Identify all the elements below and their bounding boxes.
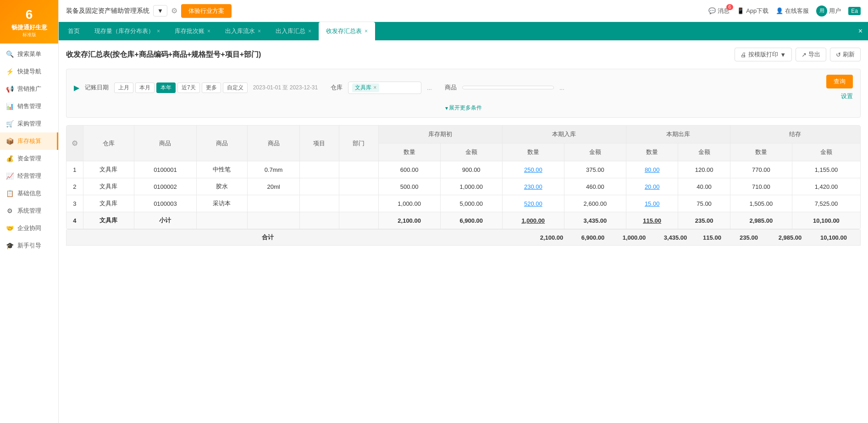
query-button[interactable]: 查询 <box>826 75 853 88</box>
expand-conditions-button[interactable]: ▾ 展开更多条件 <box>445 104 482 112</box>
tab-close-5[interactable]: × <box>365 28 368 34</box>
sidebar-item-10[interactable]: 🤝企业协同 <box>0 220 58 237</box>
row-name: 采访本 <box>196 195 248 212</box>
sidebar-item-2[interactable]: 📢营销推广 <box>0 80 58 98</box>
subtotal-open-amt: 6,900.00 <box>440 212 502 229</box>
open-qty-header: 数量 <box>378 143 440 161</box>
goods-label: 商品 <box>445 83 457 92</box>
subtotal-no: 4 <box>66 212 83 229</box>
tab-0[interactable]: 首页 <box>61 22 87 40</box>
tabs-close-all[interactable]: × <box>855 25 866 37</box>
date-btn-more[interactable]: 更多 <box>202 82 221 93</box>
date-btn-custom[interactable]: 自定义 <box>223 82 248 93</box>
row-code: 0100003 <box>134 195 196 212</box>
date-btn-cur-year[interactable]: 本年 <box>156 82 176 93</box>
logo-sub: 标准版 <box>11 32 47 38</box>
app-download-item[interactable]: 📱 App下载 <box>737 7 768 15</box>
subtotal-label: 小计 <box>134 212 196 229</box>
sidebar-item-7[interactable]: 📈经营管理 <box>0 167 58 185</box>
tab-4[interactable]: 出入库汇总× <box>268 22 319 40</box>
warehouse-input[interactable]: 文具库 × <box>348 82 421 94</box>
row-spec: 0.7mm <box>248 161 299 178</box>
online-service-item[interactable]: 👤 在线客服 <box>776 7 809 15</box>
total-open-qty: 2,100.00 <box>531 234 572 241</box>
tab-2[interactable]: 库存批次账× <box>167 22 218 40</box>
user-avatar: 用 <box>816 5 827 16</box>
row-project <box>299 195 339 212</box>
message-item[interactable]: 💬 消息 6 <box>708 7 730 15</box>
row-out-amt: 40.00 <box>678 178 730 195</box>
total-out-amt: 235.00 <box>728 234 769 241</box>
user-item[interactable]: 用 用户 <box>816 5 841 16</box>
warehouse-tag-close[interactable]: × <box>373 84 376 91</box>
filter-row: ▶ 记账日期 上月 本月 本年 近7天 更多 自定义 2023-01-01 至 … <box>74 75 853 100</box>
sidebar-icon-5: 📦 <box>6 137 14 145</box>
date-btn-prev-month[interactable]: 上月 <box>114 82 133 93</box>
total-label: 合计 <box>123 233 412 242</box>
tab-close-4[interactable]: × <box>308 28 311 34</box>
subtotal-in-qty[interactable]: 1,000.00 <box>502 212 564 229</box>
sidebar-item-9[interactable]: ⚙系统管理 <box>0 202 58 220</box>
gear-icon[interactable]: ⚙ <box>171 6 177 15</box>
sidebar-item-4[interactable]: 🛒采购管理 <box>0 115 58 132</box>
sidebar-item-8[interactable]: 📋基础信息 <box>0 185 58 202</box>
row-dept <box>339 178 378 195</box>
chevron-down-icon: ▾ <box>445 105 448 111</box>
warehouse-more[interactable]: ... <box>427 84 432 91</box>
tab-3[interactable]: 出入库流水× <box>218 22 268 40</box>
sidebar-item-11[interactable]: 🎓新手引导 <box>0 237 58 254</box>
settings-link[interactable]: 设置 <box>841 92 853 100</box>
row-warehouse: 文具库 <box>83 161 134 178</box>
row-code: 0100002 <box>134 178 196 195</box>
filter-area: ▶ 记账日期 上月 本月 本年 近7天 更多 自定义 2023-01-01 至 … <box>66 69 861 118</box>
row-out-qty[interactable]: 80.00 <box>626 161 678 178</box>
ea-item[interactable]: Ea <box>848 7 861 15</box>
sidebar-icon-8: 📋 <box>6 189 14 198</box>
export-button[interactable]: ↗ 导出 <box>796 48 826 61</box>
row-in-qty[interactable]: 520.00 <box>502 195 564 212</box>
sidebar-item-3[interactable]: 📊销售管理 <box>0 98 58 115</box>
goods-more[interactable]: ... <box>559 84 564 91</box>
total-footer-row: 合计 2,100.00 6,900.00 1,000.00 3,435.00 1… <box>66 233 860 242</box>
tab-close-1[interactable]: × <box>157 28 160 34</box>
row-in-qty[interactable]: 230.00 <box>502 178 564 195</box>
date-btn-7days[interactable]: 近7天 <box>177 82 200 93</box>
print-button[interactable]: 🖨 按模版打印 ▼ <box>735 48 792 61</box>
row-in-amt: 375.00 <box>564 161 626 178</box>
row-out-qty[interactable]: 15.00 <box>626 195 678 212</box>
warehouse-tag[interactable]: 文具库 × <box>352 83 379 92</box>
tab-label-4: 出入库汇总 <box>276 27 305 35</box>
row-bal-qty: 770.00 <box>730 161 792 178</box>
row-out-amt: 120.00 <box>678 161 730 178</box>
tab-close-3[interactable]: × <box>258 28 261 34</box>
row-in-qty[interactable]: 250.00 <box>502 161 564 178</box>
filter-arrow-icon[interactable]: ▶ <box>74 83 79 92</box>
row-bal-amt: 1,420.00 <box>792 178 860 195</box>
experience-button[interactable]: 体验行业方案 <box>181 4 232 18</box>
row-out-qty[interactable]: 20.00 <box>626 178 678 195</box>
date-btn-cur-month[interactable]: 本月 <box>135 82 155 93</box>
sidebar-item-6[interactable]: 💰资金管理 <box>0 150 58 167</box>
bal-qty-header: 数量 <box>730 143 792 161</box>
sidebar-item-0[interactable]: 🔍搜索菜单 <box>0 45 58 63</box>
col-spec-header: 商品 <box>248 126 299 161</box>
sidebar-icon-6: 💰 <box>6 154 14 163</box>
tab-label-3: 出入库流水 <box>225 27 255 35</box>
table-settings-icon[interactable]: ⚙ <box>72 139 78 147</box>
sidebar-item-5[interactable]: 📦库存核算 <box>0 132 58 150</box>
col-name-header: 商品 <box>196 126 248 161</box>
sidebar-label-0: 搜索菜单 <box>17 50 41 58</box>
refresh-button[interactable]: ↺ 刷新 <box>830 48 861 61</box>
data-table-wrapper: ⚙ 仓库 商品 商品 商品 项目 部门 库存期初 本期入库 本期出库 结存 <box>66 125 861 230</box>
system-dropdown[interactable]: ▼ <box>153 5 167 16</box>
tab-1[interactable]: 现存量（库存分布表）× <box>87 22 167 40</box>
subtotal-out-qty[interactable]: 115.00 <box>626 212 678 229</box>
subtotal-bal-qty: 2,985.00 <box>730 212 792 229</box>
row-dept <box>339 195 378 212</box>
goods-input[interactable] <box>462 86 554 89</box>
tab-5[interactable]: 收发存汇总表× <box>319 22 375 40</box>
col-outstock-header: 本期出库 <box>626 126 730 143</box>
page-actions: 🖨 按模版打印 ▼ ↗ 导出 ↺ 刷新 <box>735 48 861 61</box>
sidebar-item-1[interactable]: ⚡快捷导航 <box>0 63 58 80</box>
tab-close-2[interactable]: × <box>207 28 210 34</box>
